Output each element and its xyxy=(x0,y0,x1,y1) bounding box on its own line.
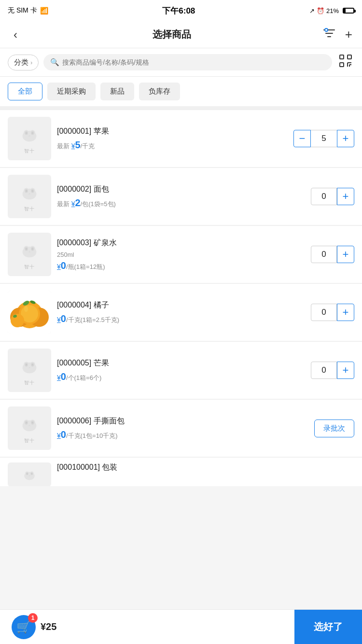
product-image-0000006: 智十 xyxy=(8,406,51,450)
tab-new[interactable]: 新品 xyxy=(100,83,134,100)
qty-increase-button[interactable]: + xyxy=(337,130,354,147)
product-list: 智十 [0000001] 苹果 最新 ¥5/千克 − + xyxy=(0,110,362,486)
cart-icon: 🛒 xyxy=(16,620,31,634)
product-info-0000004: [0000004] 橘子 ¥0/千克(1箱=2.5千克) xyxy=(57,300,305,324)
category-label: 分类 xyxy=(14,58,28,67)
svg-point-41 xyxy=(24,306,28,312)
svg-point-51 xyxy=(26,364,27,365)
product-price: 最新 ¥5/千克 xyxy=(57,140,288,151)
qty-input[interactable] xyxy=(311,188,337,205)
qty-input[interactable] xyxy=(311,362,337,379)
bottom-bar: 🛒 1 ¥25 选好了 xyxy=(0,609,362,644)
product-image-0000004 xyxy=(8,291,51,334)
qty-input[interactable] xyxy=(311,304,337,321)
product-info-000100001: [000100001] 包装 xyxy=(57,462,354,476)
alarm-icon: ⏰ xyxy=(317,7,324,14)
chevron-right-icon: › xyxy=(30,59,32,66)
product-info-0000006: [0000006] 手撕面包 ¥0/千克(1包=10千克) xyxy=(57,416,308,440)
qty-decrease-button[interactable]: − xyxy=(293,130,311,147)
product-price: 最新 ¥2/包(1袋=5包) xyxy=(57,197,305,209)
svg-point-25 xyxy=(32,190,33,192)
svg-point-67 xyxy=(27,473,28,474)
back-button[interactable]: ‹ xyxy=(10,24,21,45)
scan-button[interactable] xyxy=(337,54,354,70)
table-row: 智十 [0000002] 面包 最新 ¥2/包(1袋=5包) + xyxy=(0,168,362,225)
svg-point-68 xyxy=(31,473,32,474)
confirm-button[interactable]: 选好了 xyxy=(294,610,362,644)
search-bar: 分类 › 🔍 xyxy=(0,48,362,77)
product-price: ¥0/个(1箱=6个) xyxy=(57,371,305,382)
cart-total: ¥25 xyxy=(41,621,56,632)
status-right: ↗ ⏰ 21% xyxy=(309,7,354,14)
product-spec: 250ml xyxy=(57,251,305,258)
product-image-0000001: 智十 xyxy=(8,117,51,160)
svg-point-24 xyxy=(26,190,27,192)
product-image-0000005: 智十 xyxy=(8,349,51,392)
batch-record-button[interactable]: 录批次 xyxy=(314,420,354,437)
product-info-0000002: [0000002] 面包 最新 ¥2/包(1袋=5包) xyxy=(57,184,305,209)
svg-point-3 xyxy=(325,28,328,31)
svg-point-16 xyxy=(26,132,27,134)
product-name: [0000006] 手撕面包 xyxy=(57,416,308,426)
svg-point-33 xyxy=(32,248,33,250)
status-time: 下午6:08 xyxy=(162,5,195,16)
table-row: 智十 [0000006] 手撕面包 ¥0/千克(1包=10千克) 录批次 xyxy=(0,399,362,457)
qty-control-0000005: + xyxy=(311,362,354,379)
product-info-0000001: [0000001] 苹果 最新 ¥5/千克 xyxy=(57,126,288,151)
add-button[interactable]: + xyxy=(345,27,352,42)
cart-area: 🛒 1 ¥25 xyxy=(0,615,294,639)
product-name: [0000001] 苹果 xyxy=(57,126,288,137)
svg-point-52 xyxy=(32,364,33,365)
nav-bar: ‹ 选择商品 + xyxy=(0,21,362,48)
product-name: [0000002] 面包 xyxy=(57,184,305,195)
svg-point-60 xyxy=(32,422,33,423)
product-name: [0000003] 矿泉水 xyxy=(57,238,305,248)
qty-control-0000003: + xyxy=(311,246,354,263)
search-wrapper: 🔍 xyxy=(43,54,332,70)
svg-point-32 xyxy=(26,248,27,250)
search-input[interactable] xyxy=(62,58,325,66)
qty-increase-button[interactable]: + xyxy=(337,188,354,205)
qty-input[interactable] xyxy=(311,246,337,263)
product-info-0000003: [0000003] 矿泉水 250ml ¥0/瓶(1箱=12瓶) xyxy=(57,238,305,271)
table-row: [0000004] 橘子 ¥0/千克(1箱=2.5千克) + xyxy=(0,283,362,341)
qty-control-0000002: + xyxy=(311,188,354,205)
tab-negative-stock[interactable]: 负库存 xyxy=(139,83,180,100)
search-icon: 🔍 xyxy=(50,58,59,67)
product-image-0000003: 智十 xyxy=(8,233,51,276)
table-row: 智十 [0000003] 矿泉水 250ml ¥0/瓶(1箱=12瓶) + xyxy=(0,225,362,283)
wifi-icon: 📶 xyxy=(40,7,48,14)
svg-point-17 xyxy=(32,132,33,134)
cart-button[interactable]: 🛒 1 xyxy=(12,615,36,639)
cart-badge: 1 xyxy=(28,613,38,623)
product-price: ¥0/千克(1箱=2.5千克) xyxy=(57,313,305,324)
svg-rect-4 xyxy=(340,55,344,59)
tab-recent[interactable]: 近期采购 xyxy=(47,83,96,100)
qty-increase-button[interactable]: + xyxy=(337,362,354,379)
svg-rect-5 xyxy=(348,55,351,59)
category-button[interactable]: 分类 › xyxy=(8,55,39,70)
qty-control-0000004: + xyxy=(311,304,354,321)
battery-icon xyxy=(343,8,354,14)
product-price: ¥0/瓶(1箱=12瓶) xyxy=(57,260,305,271)
qty-increase-button[interactable]: + xyxy=(337,304,354,321)
status-carrier: 无 SIM 卡 📶 xyxy=(8,6,48,15)
filter-button[interactable] xyxy=(323,28,335,42)
product-name: [0000005] 芒果 xyxy=(57,358,305,368)
qty-increase-button[interactable]: + xyxy=(337,246,354,263)
product-image-0000002: 智十 xyxy=(8,175,51,218)
page-title: 选择商品 xyxy=(153,28,191,41)
qty-control-0000001: − + xyxy=(293,130,354,147)
product-name: [000100001] 包装 xyxy=(57,462,354,473)
svg-rect-6 xyxy=(340,63,344,67)
qty-input[interactable] xyxy=(311,130,337,147)
table-row: 智十 [0000001] 苹果 最新 ¥5/千克 − + xyxy=(0,110,362,167)
product-info-0000005: [0000005] 芒果 ¥0/个(1箱=6个) xyxy=(57,358,305,382)
location-icon: ↗ xyxy=(309,7,315,14)
filter-tabs: 全部 近期采购 新品 负库存 xyxy=(0,77,362,110)
table-row: [000100001] 包装 xyxy=(0,457,362,486)
tab-all[interactable]: 全部 xyxy=(8,83,42,100)
table-row: 智十 [0000005] 芒果 ¥0/个(1箱=6个) + xyxy=(0,341,362,399)
product-image-000100001 xyxy=(8,462,51,486)
nav-actions: + xyxy=(323,27,352,42)
